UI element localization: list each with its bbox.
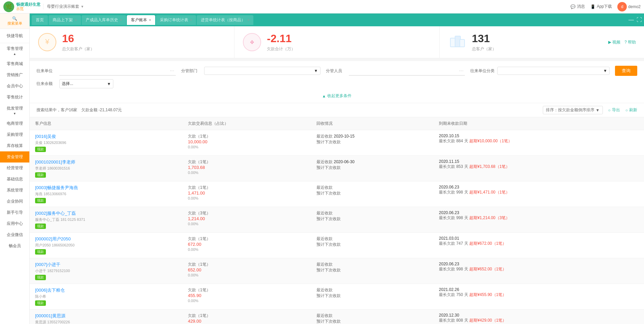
debt-amount[interactable]: 652.00: [188, 267, 306, 272]
sidebar-search-label[interactable]: 搜索菜单: [3, 21, 27, 26]
store-name: 母婴行业演示账套: [47, 4, 79, 9]
sidebar-item-vip[interactable]: 畅会员: [0, 240, 29, 252]
sidebar-item-inventory[interactable]: 库存核算: [0, 140, 29, 151]
sidebar-item-marketing[interactable]: 营销推广: [0, 69, 29, 81]
table-row: [0003]畅捷服务尹海燕 海燕 18513066976 现款 欠款（1笔） 1…: [30, 181, 644, 207]
person-input[interactable]: [350, 67, 459, 75]
cell-recovery: 最近收款 预计下次收款: [311, 233, 433, 258]
sort-selector[interactable]: 排序：按欠款金额倒序排序 ▼: [543, 106, 603, 114]
customer-tag: 现款: [35, 198, 46, 203]
unit-category-select[interactable]: ▼: [497, 67, 610, 75]
tab-minimize-icon[interactable]: —: [628, 17, 634, 23]
debt-count: 欠款（1笔）: [188, 313, 306, 319]
dept-select[interactable]: ▼: [204, 67, 320, 75]
overdue-amount[interactable]: 超期¥455.90（1笔）: [469, 292, 506, 297]
sidebar-item-retail-mgmt[interactable]: 零售管理 ▲: [0, 43, 29, 58]
collapse-button[interactable]: ▲ 收起更多条件: [36, 92, 637, 100]
overdue-amount[interactable]: 超期¥1,703.68（1笔）: [469, 164, 510, 169]
debt-pct: 0.00%: [188, 196, 306, 200]
customer-name[interactable]: [0016]吴俊: [35, 134, 177, 140]
result-bar-right: 排序：按欠款金额倒序排序 ▼ ○ 导出 ○ 刷新: [543, 106, 637, 114]
stat-info-3: 131 总客户（家）: [472, 32, 496, 52]
due-date: 2020.11.15: [439, 159, 639, 164]
sidebar-item-apps[interactable]: 应用中心: [0, 218, 29, 229]
overdue-amount[interactable]: 超期¥672.00（1笔）: [469, 241, 506, 246]
sidebar-item-retail-store[interactable]: 零售商城: [0, 58, 29, 69]
filter-label-unit-category: 往来单位分类: [470, 68, 495, 74]
sidebar-item-enterprise[interactable]: 企业协同: [0, 196, 29, 207]
message-btn[interactable]: 💬 消息: [570, 4, 585, 9]
sidebar-item-ecommerce[interactable]: 电商管理: [0, 118, 29, 129]
debt-count: 欠款（1笔）: [188, 262, 306, 267]
sidebar-item-system[interactable]: 系统管理: [0, 185, 29, 196]
overdue-amount[interactable]: 超期¥10,000.00（1笔）: [469, 139, 512, 143]
tab-product-history[interactable]: 产成品入库单历史 ×: [82, 15, 126, 25]
customer-name[interactable]: [0007]小进干: [35, 262, 177, 268]
stat-info-2: -2.11 欠款合计（万）: [267, 32, 295, 52]
next-collect: 预计下次收款: [316, 242, 428, 247]
tab-close-icon[interactable]: ×: [247, 18, 249, 22]
customer-contact: 小进干 18279152100: [35, 268, 177, 273]
stat-icon-1: ¥: [38, 33, 57, 52]
tab-close-icon[interactable]: ×: [190, 18, 192, 22]
debt-count: 欠款（1笔）: [188, 159, 306, 165]
tab-home[interactable]: 首页: [32, 15, 48, 25]
sidebar-search[interactable]: 🔍 搜索菜单: [0, 13, 29, 29]
sidebar-item-member[interactable]: 会员中心: [0, 81, 29, 92]
video-btn[interactable]: ▶ 视频: [608, 39, 620, 45]
debt-amount[interactable]: 672.00: [188, 242, 306, 247]
overdue-amount[interactable]: 超期¥1,214.00（3笔）: [469, 215, 510, 220]
app-download-btn[interactable]: 📱 App下载: [590, 4, 612, 9]
sidebar-item-basic-info[interactable]: 基础信息: [0, 174, 29, 185]
debt-amount[interactable]: 429.00: [188, 319, 306, 324]
overdue-amount[interactable]: 超期¥652.00（1笔）: [469, 267, 506, 271]
sidebar-item-capital[interactable]: 资金管理: [0, 151, 29, 163]
user-menu[interactable]: d demo2: [617, 2, 641, 11]
overdue-info: 最长欠款 747 天 超期¥672.00（1笔）: [439, 241, 639, 246]
sidebar-item-wechat[interactable]: 企业微信: [0, 229, 29, 240]
tab-close-icon[interactable]: ×: [75, 18, 77, 22]
debt-amount[interactable]: 1,703.68: [188, 165, 306, 170]
overdue-amount[interactable]: 超期¥1,471.00（1笔）: [469, 190, 510, 195]
next-collect: 预计下次收款: [316, 267, 428, 273]
overdue-amount[interactable]: 超期¥429.00（1笔）: [469, 318, 506, 323]
source-unit-input[interactable]: [61, 67, 170, 75]
debt-amount[interactable]: 10,000.00: [188, 139, 306, 144]
sidebar-link[interactable]: 示范: [16, 7, 40, 11]
tab-product-off[interactable]: 商品上下架 ×: [49, 15, 81, 25]
tab-close-icon[interactable]: ×: [149, 18, 151, 22]
sidebar-item-quick-nav[interactable]: 快捷导航: [0, 30, 29, 41]
tab-incoming-stats[interactable]: 进货单统计表（按商品） ×: [197, 15, 253, 25]
debt-amount[interactable]: 455.90: [188, 293, 306, 298]
refresh-button[interactable]: ○ 刷新: [625, 107, 637, 113]
store-selector[interactable]: 母婴行业演示账套 ▼: [43, 4, 84, 9]
export-button[interactable]: ○ 导出: [608, 107, 620, 113]
last-collect-label: 最近收款 2020-10-15: [316, 134, 428, 139]
tab-customer-account[interactable]: 客户账本 ×: [127, 15, 155, 25]
sidebar-item-purchase[interactable]: 采购管理: [0, 129, 29, 140]
sidebar-item-retail-stats[interactable]: 零售统计: [0, 92, 29, 103]
customer-name[interactable]: [0006]去下粮仓: [35, 287, 177, 293]
query-button[interactable]: 查询: [615, 66, 637, 76]
cell-due-date: 2020.06.23 最长欠款 998 天 超期¥1,471.00（1笔）: [433, 181, 644, 207]
next-collect: 预计下次收款: [316, 165, 428, 171]
debt-amount[interactable]: 1,214.00: [188, 216, 306, 221]
debt-amount[interactable]: 1,471.00: [188, 190, 306, 196]
tab-expand-icon[interactable]: ⛶: [637, 17, 642, 23]
tab-close-icon[interactable]: ×: [120, 18, 122, 22]
debt-count: 欠款（1笔）: [188, 134, 306, 139]
help-btn[interactable]: ? 帮助: [624, 39, 636, 45]
customer-contact: 用户2050 18665062050: [35, 243, 177, 248]
customer-name[interactable]: [0002]服务中心_丁磊: [35, 210, 177, 216]
overdue-info: 最长欠款 998 天 超期¥652.00（1笔）: [439, 266, 639, 272]
customer-name[interactable]: [0003]畅捷服务尹海燕: [35, 185, 177, 191]
balance-select[interactable]: 选择... ▼: [59, 79, 113, 88]
overdue-info: 最长欠款 808 天 超期¥429.00（1笔）: [439, 318, 639, 323]
sidebar-item-batch-mgmt[interactable]: 批发管理 ▼: [0, 103, 29, 118]
sidebar-item-operations[interactable]: 经营管理: [0, 163, 29, 174]
sidebar-item-guide[interactable]: 新手引导: [0, 207, 29, 218]
customer-name[interactable]: [000002]用户2050: [35, 236, 177, 242]
customer-name[interactable]: [000001]黄思源: [35, 313, 177, 319]
tab-purchase-stats[interactable]: 采购订单统计表 ×: [156, 15, 196, 25]
customer-name[interactable]: [0001020001]李老师: [35, 159, 177, 165]
